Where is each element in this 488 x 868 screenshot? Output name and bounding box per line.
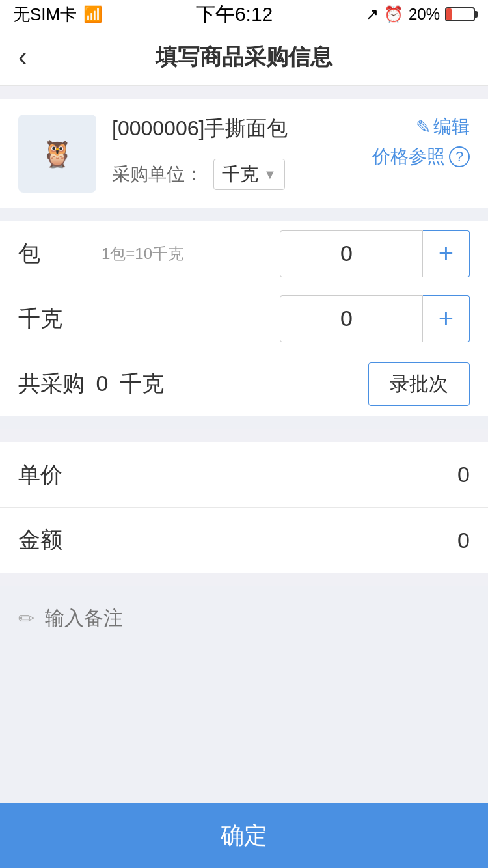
record-batch-button[interactable]: 录批次	[368, 362, 470, 406]
pack-qty-input[interactable]	[280, 230, 423, 277]
summary-text: 共采购 0 千克	[18, 369, 164, 399]
kg-row: 千克 +	[0, 286, 488, 351]
kg-qty-group: +	[280, 295, 470, 342]
edit-button[interactable]: ✎ 编辑	[416, 115, 470, 139]
kg-label: 千克	[18, 304, 96, 334]
amount-label: 金额	[18, 525, 62, 555]
unit-select-dropdown[interactable]: 千克 ▼	[213, 159, 285, 190]
battery-icon	[445, 7, 475, 21]
status-right: ↗ ⏰ 20%	[366, 5, 475, 23]
product-logo-icon: 🦉	[41, 139, 74, 169]
amount-row: 金额 0	[0, 508, 488, 573]
remark-icon: ✏	[18, 607, 34, 630]
section-divider-1	[0, 208, 488, 221]
section-divider-2	[0, 416, 488, 429]
pack-qty-group: +	[280, 230, 470, 277]
alarm-icon: ⏰	[384, 5, 403, 23]
amount-value: 0	[457, 528, 470, 553]
quantity-section: 包 1包=10千克 + 千克 +	[0, 221, 488, 351]
price-section: 单价 0 金额 0	[0, 442, 488, 573]
nav-bar: ‹ 填写商品采购信息	[0, 29, 488, 86]
price-ref-icon: ?	[449, 146, 470, 167]
back-button[interactable]: ‹	[18, 42, 27, 72]
time-label: 下午6:12	[196, 1, 273, 28]
remark-input[interactable]	[45, 607, 470, 629]
battery-percent: 20%	[409, 5, 440, 23]
location-icon: ↗	[366, 5, 379, 23]
product-card: 🦉 [0000006]手撕面包 采购单位： 千克 ▼ ✎ 编辑 价格参照 ?	[0, 99, 488, 208]
edit-icon: ✎	[416, 116, 431, 138]
unit-price-row: 单价 0	[0, 442, 488, 508]
pack-label: 包	[18, 239, 96, 269]
summary-row: 共采购 0 千克 录批次	[0, 351, 488, 416]
pack-plus-button[interactable]: +	[423, 230, 470, 277]
unit-price-label: 单价	[18, 460, 62, 490]
pack-sublabel: 1包=10千克	[102, 243, 183, 264]
status-bar: 无SIM卡 📶 下午6:12 ↗ ⏰ 20%	[0, 0, 488, 29]
unit-value: 千克	[222, 162, 258, 187]
unit-price-value: 0	[457, 462, 470, 487]
product-thumbnail: 🦉	[18, 115, 96, 193]
pack-row: 包 1包=10千克 +	[0, 221, 488, 286]
chevron-down-icon: ▼	[264, 167, 277, 182]
wifi-icon: 📶	[83, 5, 103, 23]
page-title: 填写商品采购信息	[156, 42, 332, 72]
price-ref-section[interactable]: 价格参照 ?	[372, 144, 470, 169]
carrier-label: 无SIM卡	[13, 3, 77, 26]
kg-qty-input[interactable]	[280, 295, 423, 342]
unit-label: 采购单位：	[112, 162, 203, 187]
status-left: 无SIM卡 📶	[13, 3, 103, 26]
confirm-button[interactable]: 确定	[0, 803, 488, 868]
kg-plus-button[interactable]: +	[423, 295, 470, 342]
price-ref-label: 价格参照	[372, 144, 445, 169]
remark-section: ✏	[0, 586, 488, 651]
